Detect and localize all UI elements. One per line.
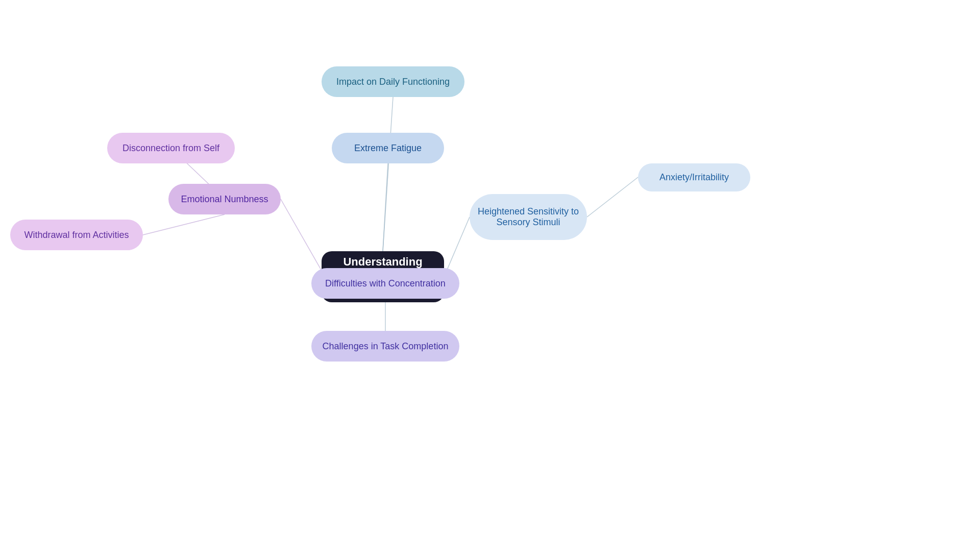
anxiety-node: Anxiety/Irritability (638, 163, 750, 191)
svg-line-2 (444, 217, 470, 277)
difficulties-node: Difficulties with Concentration (311, 268, 459, 299)
mind-map: Understanding Autistic Burnout Symptoms … (0, 0, 980, 553)
connections-svg (0, 0, 980, 553)
svg-line-3 (587, 177, 638, 217)
disconnection-node: Disconnection from Self (107, 133, 235, 163)
heightened-node: Heightened Sensitivity to Sensory Stimul… (470, 194, 587, 240)
challenges-label: Challenges in Task Completion (323, 341, 449, 352)
svg-line-6 (281, 199, 322, 271)
disconnection-label: Disconnection from Self (122, 143, 219, 154)
withdrawal-label: Withdrawal from Activities (24, 230, 129, 241)
extreme-fatigue-label: Extreme Fatigue (354, 143, 422, 154)
difficulties-label: Difficulties with Concentration (325, 278, 446, 289)
impact-daily-label: Impact on Daily Functioning (336, 77, 450, 87)
impact-daily-node: Impact on Daily Functioning (322, 66, 464, 97)
challenges-node: Challenges in Task Completion (311, 331, 459, 362)
emotional-label: Emotional Numbness (181, 194, 268, 205)
svg-line-8 (143, 214, 225, 235)
heightened-label: Heightened Sensitivity to Sensory Stimul… (470, 206, 587, 228)
extreme-fatigue-node: Extreme Fatigue (332, 133, 444, 163)
emotional-node: Emotional Numbness (168, 184, 281, 214)
anxiety-label: Anxiety/Irritability (659, 172, 729, 183)
svg-line-0 (383, 97, 393, 251)
withdrawal-node: Withdrawal from Activities (10, 220, 143, 250)
svg-line-1 (383, 163, 388, 251)
